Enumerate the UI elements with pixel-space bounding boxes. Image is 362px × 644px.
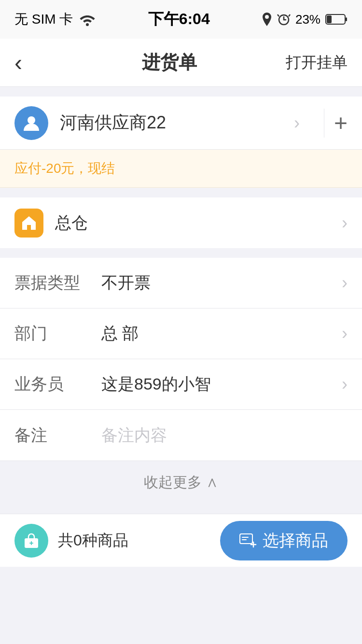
department-label: 部门 bbox=[14, 322, 101, 345]
remark-input[interactable]: 备注内容 bbox=[101, 424, 348, 447]
bottom-bar: 共0种商品 选择商品 bbox=[0, 514, 362, 567]
status-icons: 23% bbox=[262, 12, 348, 27]
department-row[interactable]: 部门 总 部 › bbox=[0, 308, 362, 359]
department-value: 总 部 bbox=[101, 322, 342, 345]
salesperson-chevron-icon: › bbox=[342, 374, 348, 394]
shopping-bag-icon bbox=[22, 532, 41, 550]
invoice-type-row[interactable]: 票据类型 不开票 › bbox=[0, 258, 362, 308]
battery-text: 23% bbox=[295, 12, 320, 27]
battery-icon bbox=[325, 14, 348, 25]
back-button[interactable]: ‹ bbox=[14, 49, 53, 76]
page-title: 进货单 bbox=[142, 50, 197, 75]
supplier-chevron-icon: › bbox=[294, 113, 300, 133]
status-carrier: 无 SIM 卡 bbox=[14, 10, 96, 28]
invoice-type-chevron-icon: › bbox=[342, 273, 348, 293]
wifi-icon bbox=[79, 13, 96, 26]
remark-label: 备注 bbox=[14, 424, 101, 447]
section-gap-2 bbox=[0, 188, 362, 197]
status-bar: 无 SIM 卡 下午6:04 23% bbox=[0, 0, 362, 39]
invoice-type-label: 票据类型 bbox=[14, 272, 101, 294]
product-count-label: 共0种商品 bbox=[58, 530, 220, 551]
supplier-row[interactable]: 河南供应商22 › + bbox=[0, 97, 362, 150]
remark-row[interactable]: 备注 备注内容 bbox=[0, 410, 362, 461]
add-supplier-button[interactable]: + bbox=[334, 110, 348, 136]
nav-bar: ‹ 进货单 打开挂单 bbox=[0, 39, 362, 87]
location-icon bbox=[262, 13, 272, 26]
supplier-avatar bbox=[14, 106, 48, 140]
select-product-label: 选择商品 bbox=[263, 530, 328, 552]
salesperson-label: 业务员 bbox=[14, 373, 101, 395]
svg-rect-5 bbox=[346, 17, 347, 21]
select-product-button[interactable]: 选择商品 bbox=[220, 521, 348, 560]
gray-background bbox=[0, 567, 362, 644]
status-time: 下午6:04 bbox=[148, 9, 210, 30]
department-chevron-icon: › bbox=[342, 323, 348, 344]
supplier-name: 河南供应商22 bbox=[60, 111, 294, 135]
warehouse-icon-bg bbox=[14, 209, 43, 238]
salesperson-value: 这是859的小智 bbox=[101, 373, 342, 395]
supplier-section: 河南供应商22 › + 应付-20元，现结 bbox=[0, 97, 362, 188]
collapse-button[interactable]: 收起更多 ∧ bbox=[0, 461, 362, 504]
notice-text: 应付-20元，现结 bbox=[14, 161, 115, 176]
invoice-type-value: 不开票 bbox=[101, 272, 342, 294]
svg-point-6 bbox=[28, 116, 35, 124]
notice-banner: 应付-20元，现结 bbox=[0, 150, 362, 188]
section-gap-4 bbox=[0, 504, 362, 514]
vertical-divider bbox=[324, 109, 324, 138]
carrier-text: 无 SIM 卡 bbox=[14, 10, 73, 28]
user-icon bbox=[22, 113, 41, 133]
home-icon bbox=[20, 214, 38, 232]
warehouse-row[interactable]: 总仓 › bbox=[0, 197, 362, 248]
fields-section: 票据类型 不开票 › 部门 总 部 › 业务员 这是859的小智 › 备注 备注… bbox=[0, 258, 362, 461]
svg-rect-4 bbox=[327, 15, 332, 23]
alarm-icon bbox=[277, 13, 291, 26]
warehouse-chevron-icon: › bbox=[342, 213, 348, 233]
collapse-label: 收起更多 ∧ bbox=[144, 473, 218, 492]
select-product-icon bbox=[239, 533, 257, 548]
section-gap-1 bbox=[0, 87, 362, 97]
section-gap-3 bbox=[0, 248, 362, 258]
svg-rect-10 bbox=[240, 534, 252, 544]
warehouse-value: 总仓 bbox=[55, 212, 342, 234]
product-icon-bg bbox=[14, 524, 48, 558]
warehouse-section: 总仓 › bbox=[0, 197, 362, 248]
salesperson-row[interactable]: 业务员 这是859的小智 › bbox=[0, 359, 362, 410]
open-pending-button[interactable]: 打开挂单 bbox=[286, 52, 348, 73]
